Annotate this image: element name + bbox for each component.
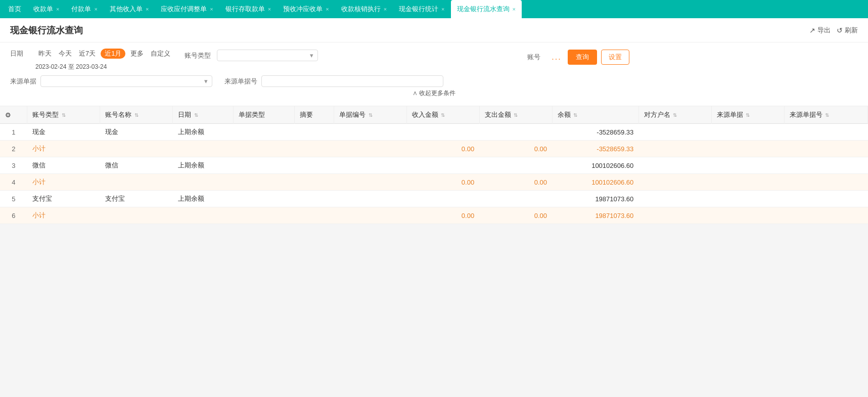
col-doc-no[interactable]: 单据编号 ⇅ <box>334 106 406 124</box>
chevron-up-icon: ∧ <box>413 90 419 97</box>
source-doc-select[interactable]: ▾ <box>40 75 212 87</box>
nav-cash-stats[interactable]: 现金银行统计 × <box>393 0 450 18</box>
date-label: 日期 <box>10 49 28 58</box>
nav-bank-deposit[interactable]: 银行存取款单 × <box>219 0 277 18</box>
account-type-select[interactable]: ▾ <box>217 50 318 61</box>
table-row[interactable]: 5支付宝支付宝上期余额19871073.60 <box>0 191 868 207</box>
settings-button[interactable]: 设置 <box>601 50 629 65</box>
data-table: ⚙ 账号类型 ⇅ 账号名称 ⇅ 日期 ⇅ 单据类型 摘要 单据编号 ⇅ 收入金额… <box>0 106 868 224</box>
filter-area: 日期 昨天 今天 近7天 近1月 更多 自定义 2023-02-24 至 202… <box>0 42 868 106</box>
nav-other-income[interactable]: 其他收入单 × <box>104 0 155 18</box>
close-icon[interactable]: × <box>513 0 516 18</box>
date-btn-more[interactable]: 更多 <box>128 49 146 59</box>
col-source-doc[interactable]: 来源单据 ⇅ <box>711 106 784 124</box>
close-icon[interactable]: × <box>268 0 271 18</box>
date-btn-1month[interactable]: 近1月 <box>101 49 125 59</box>
col-counterparty[interactable]: 对方户名 ⇅ <box>638 106 711 124</box>
account-dots-button[interactable]: ... <box>552 53 561 62</box>
query-button[interactable]: 查询 <box>568 50 597 65</box>
table-row[interactable]: 6小计0.000.0019871073.60 <box>0 207 868 224</box>
account-label: 账号 <box>527 53 545 62</box>
page-header: 现金银行流水查询 ↗ 导出 ↺ 刷新 <box>0 18 868 42</box>
collapse-bar[interactable]: ∧ 收起更多条件 <box>10 87 858 100</box>
nav-ar-ap-adjust[interactable]: 应收应付调整单 × <box>155 0 219 18</box>
date-btn-7days[interactable]: 近7天 <box>77 49 98 59</box>
col-summary[interactable]: 摘要 <box>294 106 334 124</box>
gear-icon[interactable]: ⚙ <box>5 111 11 119</box>
top-navigation: 首页 收款单 × 付款单 × 其他收入单 × 应收应付调整单 × 银行存取款单 … <box>0 0 868 18</box>
header-actions: ↗ 导出 ↺ 刷新 <box>809 26 858 35</box>
col-doc-type[interactable]: 单据类型 <box>233 106 294 124</box>
close-icon[interactable]: × <box>94 0 97 18</box>
chevron-down-icon-2: ▾ <box>204 77 208 85</box>
close-icon[interactable]: × <box>326 0 329 18</box>
nav-prepay[interactable]: 预收冲应收单 × <box>277 0 335 18</box>
refresh-icon: ↺ <box>837 26 843 34</box>
account-type-label: 账号类型 <box>185 51 211 60</box>
date-filter-row: 日期 昨天 今天 近7天 近1月 更多 自定义 <box>10 49 172 59</box>
nav-cash-flow-query[interactable]: 现金银行流水查询 × <box>451 0 522 18</box>
date-range-display: 2023-02-24 至 2023-03-24 <box>35 63 107 70</box>
date-btn-yesterday[interactable]: 昨天 <box>36 49 54 59</box>
col-expense[interactable]: 支出金额 ⇅ <box>479 106 552 124</box>
close-icon[interactable]: × <box>146 0 149 18</box>
col-account-type[interactable]: 账号类型 ⇅ <box>27 106 100 124</box>
col-source-doc-no[interactable]: 来源单据号 ⇅ <box>784 106 868 124</box>
source-doc-label: 来源单据 <box>10 77 36 86</box>
col-balance[interactable]: 余额 ⇅ <box>552 106 638 124</box>
close-icon[interactable]: × <box>441 0 444 18</box>
table-row[interactable]: 3微信微信上期余额100102606.60 <box>0 157 868 174</box>
nav-verify[interactable]: 收款核销执行 × <box>335 0 393 18</box>
nav-payment[interactable]: 付款单 × <box>65 0 103 18</box>
table-area: ⚙ 账号类型 ⇅ 账号名称 ⇅ 日期 ⇅ 单据类型 摘要 单据编号 ⇅ 收入金额… <box>0 106 868 224</box>
date-btn-today[interactable]: 今天 <box>57 49 74 59</box>
col-income[interactable]: 收入金额 ⇅ <box>406 106 479 124</box>
col-settings[interactable]: ⚙ <box>0 106 27 124</box>
export-icon: ↗ <box>809 26 815 34</box>
date-btn-custom[interactable]: 自定义 <box>149 49 172 59</box>
export-button[interactable]: ↗ 导出 <box>809 26 831 35</box>
nav-home[interactable]: 首页 <box>2 0 27 18</box>
table-row[interactable]: 1现金现金上期余额-3528659.33 <box>0 124 868 141</box>
refresh-button[interactable]: ↺ 刷新 <box>837 26 858 35</box>
table-row[interactable]: 2小计0.000.00-3528659.33 <box>0 141 868 157</box>
close-icon[interactable]: × <box>384 0 387 18</box>
close-icon[interactable]: × <box>210 0 213 18</box>
chevron-down-icon: ▾ <box>310 52 313 59</box>
table-row[interactable]: 4小计0.000.00100102606.60 <box>0 174 868 191</box>
col-date[interactable]: 日期 ⇅ <box>173 106 234 124</box>
source-doc-num-label: 来源单据号 <box>224 77 257 86</box>
close-icon[interactable]: × <box>56 0 59 18</box>
source-doc-num-input[interactable] <box>261 75 443 87</box>
nav-receipt[interactable]: 收款单 × <box>27 0 65 18</box>
date-filter-buttons: 昨天 今天 近7天 近1月 更多 自定义 <box>36 49 172 59</box>
col-account-name[interactable]: 账号名称 ⇅ <box>100 106 173 124</box>
page-title: 现金银行流水查询 <box>10 24 83 36</box>
